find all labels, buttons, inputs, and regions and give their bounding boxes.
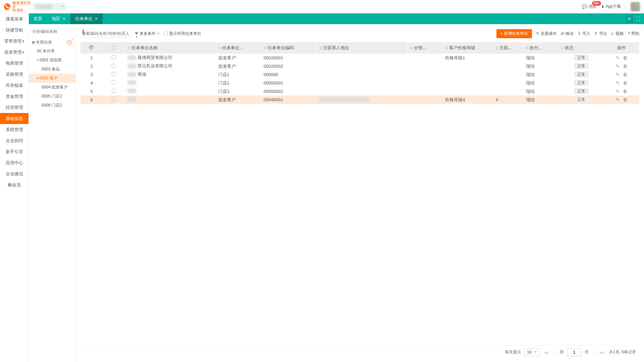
top-header: 畅捷通好生意 标准版 💬 消息 99+ ⬇ App下载 [0,0,644,13]
edit-category-icon[interactable]: ✎ [67,40,72,45]
edit-row-icon[interactable]: ✎ [616,80,620,85]
column-header[interactable] [103,42,125,54]
prev-page-button[interactable]: ‹ [553,350,557,355]
last-page-button[interactable]: ⏭ [599,350,606,355]
per-page-select[interactable]: 50 [524,348,539,356]
delete-row-icon[interactable]: 🗑 [623,97,627,102]
sidebar-item[interactable]: 经营管理 [0,102,29,113]
export-button[interactable]: ↥导出 [594,31,607,37]
more-conditions-button[interactable]: 更多条件 [135,31,160,37]
delete-row-icon[interactable]: 🗑 [623,72,627,77]
video-button[interactable]: ▷视频 [611,31,624,37]
row-checkbox[interactable] [112,72,116,76]
import-button[interactable]: ↧导入 [578,31,590,37]
column-header[interactable] [80,42,103,54]
delete-row-icon[interactable]: 🗑 [623,55,627,60]
select-all-checkbox[interactable] [112,46,116,50]
table-row[interactable]: 1晨倩商贸有限公司批发客户00020001价格等级1现结正常✎🗑 [80,54,639,62]
tab-close-icon[interactable]: ✕ [95,16,98,21]
tab[interactable]: 地区✕ [47,13,70,24]
fullscreen-button[interactable]: ⛶ [634,15,642,23]
tab[interactable]: 首页 [29,13,47,24]
toolbar: 更多条件 显示停用往来单位 + 新增往来单位 ✎批量操作 ⇄移动 ↧导入 [80,27,639,40]
column-header[interactable]: 主联系人地址 [316,42,407,54]
move-button[interactable]: ⇄移动 [561,31,574,37]
column-header[interactable]: 往来单位名称 [125,42,216,54]
sidebar-item[interactable]: 企业协同 [0,135,29,146]
gear-icon[interactable] [89,45,94,50]
collapse-tree-icon[interactable]: « [72,37,74,41]
column-header[interactable]: 分管... [407,42,442,54]
sidebar-item[interactable]: 批发管理 [0,47,29,58]
row-checkbox[interactable] [112,89,116,93]
table-row[interactable]: 5门店100050002现结正常✎🗑 [80,87,639,96]
close-all-button[interactable]: ✕ [625,15,633,23]
delete-row-icon[interactable]: 🗑 [623,89,627,94]
add-unit-button[interactable]: + 新增往来单位 [496,29,532,38]
show-disabled-checkbox[interactable]: 显示停用往来单位 [164,31,201,37]
column-header[interactable]: 操作 [604,42,639,54]
edit-row-icon[interactable]: ✎ [616,97,620,102]
row-checkbox[interactable] [112,80,116,84]
row-checkbox[interactable] [112,97,116,101]
first-page-button[interactable]: ⏮ [543,350,550,355]
page-input[interactable] [567,348,581,356]
checkbox-icon [164,32,168,36]
edit-row-icon[interactable]: ✎ [616,55,620,60]
sidebar-item[interactable]: 零售管理 [0,36,29,47]
sidebar-item[interactable]: 电商管理 [0,58,29,69]
tree-node[interactable]: 0006 门店2 [29,101,75,110]
table-row[interactable]: 4门店100050001现结正常✎🗑 [80,79,639,87]
sidebar-item[interactable]: 采购管理 [0,69,29,80]
edit-row-icon[interactable]: ✎ [616,72,620,77]
sidebar-item[interactable]: 资金管理 [0,91,29,102]
tree-node[interactable]: 00 未分类 [29,47,75,56]
table-search-input[interactable] [80,29,131,38]
row-checkbox[interactable] [112,64,116,68]
tree-node[interactable]: 0002 客户 [29,74,75,83]
sidebar-item[interactable]: 库存核算 [0,80,29,91]
tree-node[interactable]: 0003 食品 [29,65,75,74]
table-row[interactable]: 3商场门店1000005现结正常✎🗑 [80,70,639,79]
column-header[interactable]: 主联... [493,42,523,54]
tab[interactable]: 往来单位✕ [70,13,103,24]
delete-row-icon[interactable]: 🗑 [623,64,627,69]
tree-search-input[interactable] [32,29,83,34]
edit-icon: ✎ [536,31,539,36]
edit-row-icon[interactable]: ✎ [616,89,620,94]
company-selector[interactable] [33,3,66,10]
tree-node[interactable]: 0004 批发客户 [29,83,75,92]
table-row[interactable]: 6批发客户00040001价格等级4X现结正常✎🗑 [80,96,639,104]
sidebar-item[interactable]: 企业微信 [0,168,29,179]
batch-button[interactable]: ✎批量操作 [536,31,557,37]
column-header[interactable]: 收付... [523,42,558,54]
sidebar-item[interactable]: 基础信息 [0,113,29,124]
column-header[interactable]: 往来单位... [216,42,261,54]
caret-icon [23,40,24,43]
search-icon[interactable] [83,29,84,34]
sidebar-item[interactable]: 系统管理 [0,124,29,135]
tab-close-icon[interactable]: ✕ [62,16,66,21]
sidebar-item[interactable]: 新手引导 [0,146,29,157]
column-header[interactable]: 客户价格等级 [442,42,493,54]
edit-row-icon[interactable]: ✎ [616,64,620,69]
row-checkbox[interactable] [112,55,116,59]
messages-button[interactable]: 💬 消息 99+ [582,4,596,9]
next-page-button[interactable]: › [592,350,596,355]
avatar[interactable] [631,2,640,11]
status-badge: 正常 [574,71,589,77]
tree-node[interactable]: 0005 门店1 [29,92,75,101]
tree-root[interactable]: 全部分类 ✎ [29,38,75,47]
delete-row-icon[interactable]: 🗑 [623,80,627,85]
sidebar-item[interactable]: 应用中心 [0,157,29,168]
sidebar-item[interactable]: 搜索菜单 [0,13,29,24]
help-button[interactable]: ?帮助 [628,31,639,37]
column-header[interactable]: 状态 [558,42,604,54]
sidebar-item[interactable]: 快捷导航 [0,24,29,36]
tree-node[interactable]: 0001 供应商 [29,56,75,65]
column-header[interactable]: 往来单位编码 [261,42,316,54]
table-row[interactable]: 2慧元乳业有限公司批发客户00020002现结正常✎🗑 [80,62,639,70]
app-download-button[interactable]: ⬇ App下载 [601,4,621,9]
logo-icon [4,3,10,10]
sidebar-item[interactable]: 畅会员 [0,179,29,190]
